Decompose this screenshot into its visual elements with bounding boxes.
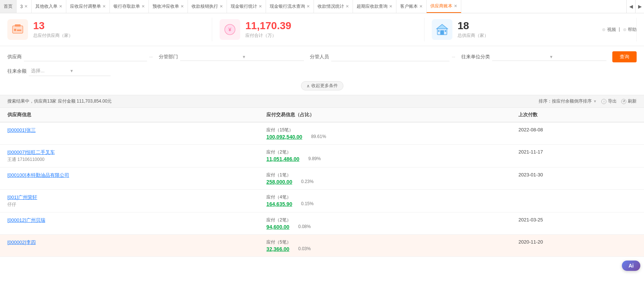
filter-balance-label: 往来余额 [7, 68, 27, 75]
nav-tab-prepay[interactable]: 预收冲应收单 ✕ [149, 0, 188, 13]
nav-tab-receipt[interactable]: 收款核销执行 ✕ [188, 0, 227, 13]
supplier-link-3[interactable]: [001]广州荣轩 [7, 194, 37, 200]
nav-tab-cash-stat[interactable]: 现金银行统计 ✕ [227, 0, 266, 13]
svg-marker-7 [437, 24, 448, 29]
nav-tab-home-label: 首页 [4, 3, 13, 10]
txn-amount-3[interactable]: 164,635.90 [266, 201, 292, 207]
supplier-link-0[interactable]: [000001]张三 [7, 127, 36, 133]
card-icon-store [432, 19, 452, 40]
txn-pct-0: 89.61% [311, 134, 326, 139]
table-row: [000100]本特勤油品有限公司应付（1笔）258,000.000.23%20… [0, 168, 644, 190]
nav-tab-cash-flow[interactable]: 现金银行流水查询 ✕ [266, 0, 314, 13]
col-header-supplier: 供应商信息 [0, 108, 259, 122]
nav-tab-prepay-close[interactable]: ✕ [181, 4, 184, 9]
total-suppliers-number: 18 [458, 20, 489, 32]
sort-label: 排序：按应付余额倒序排序 [539, 98, 592, 104]
txn-amount-2[interactable]: 258,000.00 [266, 179, 292, 185]
nav-tab-customer[interactable]: 客户账本 ✕ [396, 0, 427, 13]
txn-amount-0[interactable]: 100,092,540.00 [266, 134, 302, 140]
nav-arrow-left[interactable]: ◀ [626, 0, 635, 13]
supplier-link-4[interactable]: [000012]广州贝瑞 [7, 217, 45, 223]
card-icon-payable: ¥ [220, 19, 240, 40]
help-video-link[interactable]: ⊙ 视频 [602, 27, 616, 33]
nav-tab-3[interactable]: 3 ✕ [17, 0, 32, 13]
nav-tab-bank[interactable]: 银行存取款单 ✕ [110, 0, 149, 13]
nav-tab-customer-close[interactable]: ✕ [419, 4, 423, 9]
nav-tab-bank-close[interactable]: ✕ [141, 4, 145, 9]
txn-pct-3: 0.15% [301, 201, 314, 206]
nav-tab-cash-flow-close[interactable]: ✕ [307, 4, 310, 9]
filter-supplier: 供应商 ··· [7, 52, 153, 61]
txn-label-3: 应付（4笔） [266, 194, 504, 200]
nav-tab-home[interactable]: 首页 [0, 0, 17, 13]
nav-tab-overdue-close[interactable]: ✕ [389, 4, 392, 9]
nav-tab-cash-stat-close[interactable]: ✕ [259, 4, 262, 9]
svg-rect-2 [14, 29, 16, 31]
last-pay-cell-0: 2022-08-08 [511, 122, 644, 145]
svg-rect-1 [15, 24, 21, 27]
nav-tab-overdue[interactable]: 超期应收款查询 ✕ [353, 0, 396, 13]
txn-amount-1[interactable]: 11,051,486.00 [266, 156, 300, 162]
nav-tab-supplier-close[interactable]: ✕ [454, 4, 457, 8]
svg-rect-3 [17, 30, 21, 31]
svg-rect-10 [445, 30, 446, 32]
nav-tab-supplier[interactable]: 供应商账本 ✕ [427, 0, 461, 13]
top-nav: 首页 3 ✕ 其他收入单 ✕ 应收应付调整单 ✕ 银行存取款单 ✕ 预收冲应收单… [0, 0, 644, 13]
supplier-link-1[interactable]: [000007]恒旺二手叉车 [7, 149, 55, 155]
result-summary-text: 搜索结果中，供应商13家 应付金额 111,703,854.00元 [7, 98, 112, 104]
help-qa-link[interactable]: ⊙ 帮助 [623, 27, 637, 33]
nav-tab-ar-ap[interactable]: 应收应付调整单 ✕ [66, 0, 110, 13]
nav-tab-supplier-label: 供应商账本 [430, 3, 452, 9]
supplier-cell-1: [000007]恒旺二手叉车王通 17106110000 [0, 145, 259, 168]
nav-tab-3-close[interactable]: ✕ [24, 4, 28, 9]
nav-tab-receipt-stat[interactable]: 收款情况统计 ✕ [314, 0, 353, 13]
nav-tab-receipt-stat-close[interactable]: ✕ [346, 4, 349, 9]
nav-tab-other-income[interactable]: 其他收入单 ✕ [32, 0, 66, 13]
ai-button[interactable]: Ai [622, 261, 640, 271]
nav-tab-cash-flow-label: 现金银行流水查询 [270, 3, 305, 10]
nav-tab-other-income-label: 其他收入单 [35, 3, 57, 10]
data-table-wrapper: 供应商信息 应付交易信息（占比） 上次付数 [000001]张三应付（15笔）1… [0, 108, 644, 293]
nav-tab-receipt-label: 收款核销执行 [192, 3, 218, 10]
collapse-button[interactable]: ∧ 收起更多条件 [301, 81, 343, 90]
balance-select[interactable]: 选择... ▼ [29, 66, 111, 76]
supplier-link-2[interactable]: [000100]本特勤油品有限公司 [7, 172, 69, 178]
txn-cell-0: 应付（15笔）100,092,540.0089.61% [259, 122, 511, 145]
svg-rect-9 [438, 30, 440, 32]
search-button[interactable]: 查询 [612, 51, 637, 62]
collapse-label: 收起更多条件 [311, 83, 338, 89]
table-row: [001]广州荣轩仔仔应付（4笔）164,635.900.15% [0, 190, 644, 213]
txn-cell-4: 应付（2笔）94,600.000.08% [259, 213, 511, 235]
nav-tab-3-label: 3 [20, 4, 23, 9]
payable-suppliers-number: 13 [33, 20, 73, 32]
txn-amount-4[interactable]: 94,600.00 [266, 224, 289, 230]
person-input-dots[interactable]: ··· [452, 55, 455, 59]
txn-cell-3: 应付（4笔）164,635.900.15% [259, 190, 511, 213]
nav-tab-other-income-close[interactable]: ✕ [59, 4, 62, 9]
nav-tab-receipt-close[interactable]: ✕ [220, 4, 223, 9]
svg-text:¥: ¥ [228, 27, 231, 32]
total-suppliers-label: 总供应商（家） [458, 32, 489, 39]
category-select[interactable]: ▼ [492, 53, 607, 61]
category-dropdown-arrow: ▼ [549, 55, 604, 59]
txn-amount-5[interactable]: 32,366.00 [266, 246, 289, 252]
right-actions: 排序：按应付余额倒序排序 ▼ ↓ 导出 ↺ 刷新 [539, 98, 637, 104]
supplier-cell-5: [000002]李四 [0, 235, 259, 257]
nav-tab-ar-ap-close[interactable]: ✕ [102, 4, 106, 9]
nav-arrow-right[interactable]: ▶ [635, 0, 644, 13]
supplier-input-dots[interactable]: ··· [149, 55, 153, 59]
sort-dropdown[interactable]: 排序：按应付余额倒序排序 ▼ [539, 98, 597, 104]
refresh-button[interactable]: ↺ 刷新 [621, 98, 637, 104]
filter-person: 分管人员 ··· [310, 52, 455, 61]
txn-label-2: 应付（1笔） [266, 172, 504, 178]
collapse-bar: ∧ 收起更多条件 [7, 80, 637, 92]
dept-select[interactable]: ▼ [180, 53, 304, 61]
txn-cell-1: 应付（2笔）11,051,486.009.89% [259, 145, 511, 168]
supplier-link-5[interactable]: [000002]李四 [7, 239, 36, 245]
help-links: ⊙ 视频 | ⊙ 帮助 [602, 27, 637, 33]
person-input[interactable] [331, 52, 449, 61]
dept-dropdown-arrow: ▼ [242, 55, 302, 59]
supplier-input[interactable] [24, 52, 147, 61]
export-button[interactable]: ↓ 导出 [601, 98, 617, 104]
last-pay-cell-5: 2020-11-20 [511, 235, 644, 257]
